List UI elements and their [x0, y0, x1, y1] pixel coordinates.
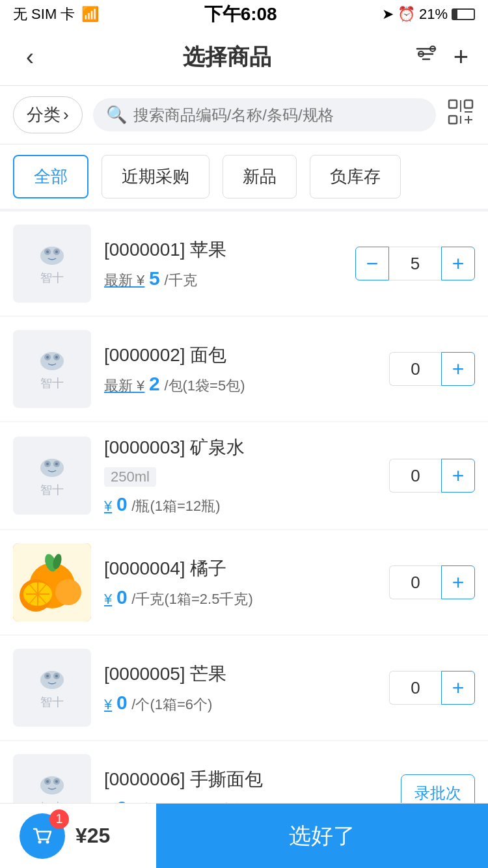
quantity-control: + — [389, 352, 475, 386]
plus-button[interactable]: + — [441, 352, 475, 386]
scan-icon[interactable] — [446, 98, 475, 132]
price-unit: /千克 — [164, 272, 197, 288]
svg-point-43 — [55, 675, 58, 677]
svg-point-44 — [40, 776, 64, 794]
product-name: [0000004] 橘子 — [104, 556, 376, 581]
quantity-input[interactable] — [389, 671, 441, 705]
search-input[interactable] — [133, 106, 423, 124]
location-icon: ➤ — [382, 6, 394, 23]
svg-point-42 — [46, 675, 49, 677]
list-item: 智十 [0000002] 面包 最新 ¥ 2 /包(1袋=5包) + — [0, 317, 488, 421]
status-right: ➤ ⏰ 21% — [382, 6, 475, 23]
status-left: 无 SIM 卡 📶 — [13, 5, 99, 24]
product-info: [0000003] 矿泉水 250ml ¥ 0 /瓶(1箱=12瓶) — [104, 435, 376, 516]
wifi-icon: 📶 — [81, 6, 99, 23]
svg-point-18 — [40, 352, 64, 370]
quantity-input[interactable] — [389, 352, 441, 386]
svg-point-22 — [55, 356, 58, 359]
tab-all[interactable]: 全部 — [13, 155, 88, 198]
svg-point-16 — [46, 251, 49, 253]
quantity-input[interactable] — [389, 459, 441, 493]
product-info: [0000004] 橘子 ¥ 0 /千克(1箱=2.5千克) — [104, 556, 376, 609]
back-button[interactable]: ‹ — [20, 37, 40, 77]
quantity-control: + — [389, 459, 475, 493]
product-info: [0000001] 苹果 最新 ¥ 5 /千克 — [104, 237, 342, 290]
cart-badge: 1 — [49, 809, 69, 829]
svg-rect-7 — [449, 116, 457, 124]
price-label: ¥ — [104, 696, 112, 712]
price-unit: /瓶(1箱=12瓶) — [131, 498, 220, 514]
product-name: [0000003] 矿泉水 — [104, 435, 376, 460]
svg-point-52 — [38, 840, 42, 843]
product-price: 最新 ¥ 2 /包(1袋=5包) — [104, 373, 376, 396]
tab-negative[interactable]: 负库存 — [310, 155, 401, 198]
product-image: 智十 — [13, 649, 91, 727]
owl-label: 智十 — [40, 270, 64, 286]
battery-icon — [452, 8, 475, 20]
svg-point-23 — [40, 459, 64, 477]
category-button[interactable]: 分类 › — [13, 96, 83, 133]
add-icon[interactable]: + — [454, 42, 468, 72]
search-area: 分类 › 🔍 — [0, 86, 488, 144]
quantity-control: − + — [355, 247, 475, 280]
price-value: 0 — [116, 586, 128, 608]
price-label: 最新 ¥ — [104, 272, 144, 288]
product-spec: 250ml — [104, 467, 156, 487]
plus-button[interactable]: + — [441, 671, 475, 705]
product-image: 智十 — [13, 437, 91, 515]
category-label: 分类 — [27, 103, 61, 126]
svg-point-39 — [40, 671, 64, 689]
list-item: 智十 [0000001] 苹果 最新 ¥ 5 /千克 − + — [0, 211, 488, 316]
owl-label: 智十 — [40, 375, 64, 391]
product-info: [0000002] 面包 最新 ¥ 2 /包(1袋=5包) — [104, 343, 376, 396]
price-value: 0 — [116, 692, 128, 713]
price-unit: /包(1袋=5包) — [164, 377, 245, 394]
price-value: 2 — [149, 373, 160, 394]
quantity-control: + — [389, 671, 475, 705]
price-value: 0 — [116, 493, 128, 515]
svg-point-17 — [55, 251, 58, 253]
list-item: [0000004] 橘子 ¥ 0 /千克(1箱=2.5千克) + — [0, 530, 488, 634]
plus-button[interactable]: + — [441, 459, 475, 493]
quantity-input[interactable] — [389, 247, 441, 280]
product-price: ¥ 0 /个(1箱=6个) — [104, 692, 376, 714]
plus-button[interactable]: + — [441, 247, 475, 280]
confirm-button[interactable]: 选好了 — [156, 804, 488, 868]
tab-recent[interactable]: 近期采购 — [102, 155, 210, 198]
filter-icon[interactable] — [414, 42, 438, 72]
owl-label: 智十 — [40, 694, 64, 710]
svg-point-48 — [55, 780, 58, 783]
svg-point-26 — [46, 463, 49, 465]
owl-label: 智十 — [40, 482, 64, 498]
tab-new[interactable]: 新品 — [223, 155, 297, 198]
svg-point-47 — [46, 780, 49, 783]
quantity-control: + — [389, 565, 475, 599]
category-chevron: › — [63, 105, 69, 125]
product-info: [0000005] 芒果 ¥ 0 /个(1箱=6个) — [104, 662, 376, 714]
plus-button[interactable]: + — [441, 565, 475, 599]
battery-percent: 21% — [419, 6, 448, 23]
svg-point-13 — [40, 247, 64, 265]
list-item: 智十 [0000005] 芒果 ¥ 0 /个(1箱=6个) + — [0, 636, 488, 740]
cart-section: 1 ¥25 — [0, 813, 156, 859]
list-item: 智十 [0000003] 矿泉水 250ml ¥ 0 /瓶(1箱=12瓶) + — [0, 422, 488, 529]
product-name: [0000005] 芒果 — [104, 662, 376, 686]
status-time: 下午6:08 — [204, 2, 277, 27]
price-value: 5 — [149, 267, 160, 289]
quantity-input[interactable] — [389, 565, 441, 599]
price-unit: /千克(1箱=2.5千克) — [131, 591, 252, 607]
price-label: ¥ — [104, 498, 112, 514]
status-bar: 无 SIM 卡 📶 下午6:08 ➤ ⏰ 21% — [0, 0, 488, 29]
alarm-icon: ⏰ — [398, 6, 415, 23]
bottom-bar: 1 ¥25 选好了 — [0, 803, 488, 868]
product-price: ¥ 0 /千克(1箱=2.5千克) — [104, 586, 376, 609]
cart-icon-button[interactable]: 1 — [20, 813, 65, 859]
product-price: 最新 ¥ 5 /千克 — [104, 267, 342, 290]
svg-point-53 — [46, 840, 49, 843]
product-list: 智十 [0000001] 苹果 最新 ¥ 5 /千克 − + — [0, 211, 488, 868]
minus-button[interactable]: − — [355, 247, 389, 280]
nav-actions: + — [414, 42, 468, 72]
price-label: ¥ — [104, 591, 112, 607]
price-unit: /个(1箱=6个) — [131, 696, 212, 712]
search-input-wrap: 🔍 — [93, 98, 436, 131]
